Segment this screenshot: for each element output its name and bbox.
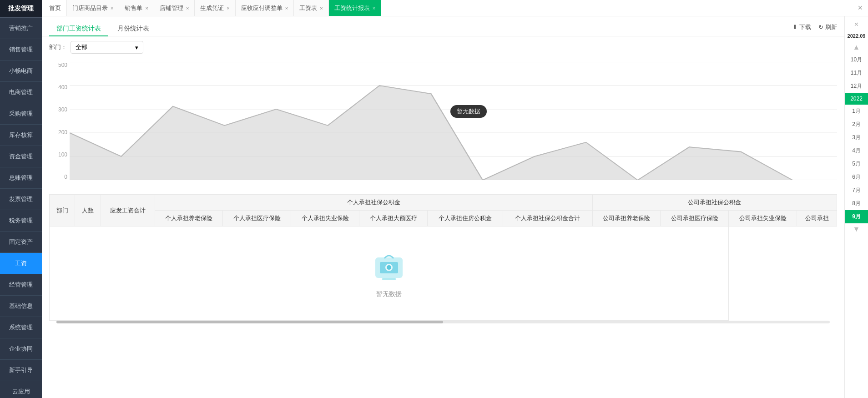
horizontal-scrollbar[interactable] <box>56 321 830 323</box>
sidebar: 批发管理 营销推广 销售管理 小畅电商 电商管理 采购管理 库存核算 资金管理 … <box>0 0 42 398</box>
download-btn[interactable]: ⬇ 下载 <box>792 23 811 31</box>
tab-home[interactable]: 首页 <box>44 0 67 16</box>
timeline-may[interactable]: 5月 <box>845 157 868 171</box>
dept-filter-select[interactable]: 全部 ▾ <box>71 41 143 54</box>
sidebar-item-kches[interactable]: 库存核算 <box>0 125 42 146</box>
tab-generate-voucher[interactable]: 生成凭证 × <box>195 0 235 16</box>
sub-tabs-left: 部门工资统计表 月份统计表 <box>49 22 156 36</box>
refresh-label: 刷新 <box>825 23 837 31</box>
tab-payroll-report-close[interactable]: × <box>373 5 375 11</box>
sidebar-item-xsgl[interactable]: 销售管理 <box>0 39 42 60</box>
timeline-nov[interactable]: 11月 <box>845 66 868 80</box>
sidebar-item-xcdg[interactable]: 小畅电商 <box>0 60 42 82</box>
timeline-dec[interactable]: 12月 <box>845 80 868 93</box>
th-company-insurance: 公司承担社保公积金 <box>592 195 837 211</box>
th-company-rest: 公司承担 <box>797 211 837 227</box>
tab-generate-voucher-label: 生成凭证 <box>200 4 224 12</box>
tab-store-mgmt[interactable]: 店铺管理 × <box>154 0 195 16</box>
sidebar-item-dsggl[interactable]: 电商管理 <box>0 82 42 103</box>
timeline-sep[interactable]: 9月 <box>845 210 868 223</box>
timeline-jan[interactable]: 1月 <box>845 105 868 118</box>
empty-text: 暂无数据 <box>376 290 402 298</box>
sidebar-item-qytg[interactable]: 企业协同 <box>0 338 42 360</box>
sidebar-item-cqgl[interactable]: 采购管理 <box>0 103 42 125</box>
tab-payroll-close[interactable]: × <box>320 5 323 11</box>
tab-payroll-label: 工资表 <box>299 4 317 12</box>
y-axis-labels: 0 100 200 300 400 500 <box>49 62 67 180</box>
chart-inner: 暂无数据 <box>70 62 837 180</box>
tab-store-catalog[interactable]: 门店商品目录 × <box>67 0 119 16</box>
filter-bar: 部门： 全部 ▾ <box>42 36 844 58</box>
sidebar-item-zzgl[interactable]: 总账管理 <box>0 167 42 189</box>
empty-icon <box>371 248 407 285</box>
timeline-year-2022[interactable]: 2022 <box>845 93 868 105</box>
tab-dept-stats[interactable]: 部门工资统计表 <box>49 22 108 36</box>
y-label-400: 400 <box>49 84 67 91</box>
tab-payroll[interactable]: 工资表 × <box>294 0 328 16</box>
th-personal-unemployment: 个人承担失业保险 <box>291 211 359 227</box>
th-company-pension: 公司承担养老保险 <box>592 211 661 227</box>
th-company-medical: 公司承担医疗保险 <box>661 211 729 227</box>
filter-label: 部门： <box>49 43 67 51</box>
th-personal-housing-fund: 个人承担住房公积金 <box>428 211 503 227</box>
timeline-apr[interactable]: 4月 <box>845 144 868 157</box>
sidebar-item-zjgl[interactable]: 资金管理 <box>0 146 42 167</box>
table-empty-cell: 暂无数据 <box>50 227 729 321</box>
th-company-unemployment: 公司承担失业保险 <box>729 211 797 227</box>
th-total-wage: 应发工资合计 <box>101 195 155 227</box>
tab-generate-voucher-close[interactable]: × <box>227 5 229 11</box>
timeline-close[interactable]: ✕ <box>845 18 868 30</box>
tab-month-stats[interactable]: 月份统计表 <box>110 22 156 36</box>
tab-ar-ap[interactable]: 应收应付调整单 × <box>236 0 294 16</box>
svg-point-10 <box>387 265 391 270</box>
tab-bar: 首页 门店商品目录 × 销售单 × 店铺管理 × 生成凭证 × 应收应付调整单 … <box>42 0 868 16</box>
timeline-jun[interactable]: 6月 <box>845 171 868 184</box>
main-area: 首页 门店商品目录 × 销售单 × 店铺管理 × 生成凭证 × 应收应付调整单 … <box>42 0 868 398</box>
timeline-jul[interactable]: 7月 <box>845 184 868 197</box>
sidebar-item-swgl[interactable]: 税务管理 <box>0 210 42 232</box>
chart-area: 0 100 200 300 400 500 <box>42 58 844 398</box>
tab-ar-ap-close[interactable]: × <box>285 5 288 11</box>
th-personal-pension: 个人承担养老保险 <box>155 211 223 227</box>
empty-state: 暂无数据 <box>54 230 724 317</box>
timeline-up-arrow[interactable]: ▲ <box>851 41 862 53</box>
tab-store-catalog-label: 门店商品目录 <box>72 4 108 12</box>
y-label-300: 300 <box>49 106 67 113</box>
tab-store-mgmt-close[interactable]: × <box>186 5 189 11</box>
sidebar-item-xsyd[interactable]: 新手引导 <box>0 360 42 381</box>
sidebar-item-yxtt[interactable]: 营销推广 <box>0 18 42 39</box>
download-icon: ⬇ <box>792 24 797 30</box>
sidebar-item-yyyp[interactable]: 云应用 <box>0 381 42 398</box>
timeline-down-arrow[interactable]: ▼ <box>851 223 862 235</box>
tab-payroll-report[interactable]: 工资统计报表 × <box>329 0 381 16</box>
refresh-icon: ↻ <box>818 24 823 30</box>
y-label-0: 0 <box>49 174 67 180</box>
tab-sales-close[interactable]: × <box>145 5 148 11</box>
tab-ar-ap-label: 应收应付调整单 <box>241 4 283 12</box>
sidebar-item-gdze[interactable]: 固定资产 <box>0 232 42 253</box>
svg-rect-11 <box>382 278 396 280</box>
tab-bar-close[interactable]: × <box>852 3 868 13</box>
content-area: 部门工资统计表 月份统计表 ⬇ 下载 ↻ 刷新 部门： <box>42 16 868 398</box>
tab-home-label: 首页 <box>49 4 61 12</box>
tab-sales[interactable]: 销售单 × <box>119 0 154 16</box>
sidebar-item-gz[interactable]: 工资 <box>0 253 42 274</box>
th-personal-medical: 个人承担医疗保险 <box>223 211 291 227</box>
tab-store-catalog-close[interactable]: × <box>111 5 113 11</box>
sidebar-header[interactable]: 批发管理 <box>0 0 42 18</box>
timeline-oct[interactable]: 10月 <box>845 53 868 66</box>
timeline-mar[interactable]: 3月 <box>845 131 868 144</box>
sidebar-item-xtgl[interactable]: 系统管理 <box>0 317 42 338</box>
th-personal-insurance: 个人承担社保公积金 <box>155 195 592 211</box>
timeline-feb[interactable]: 2月 <box>845 118 868 131</box>
sidebar-item-jcxx[interactable]: 基础信息 <box>0 296 42 317</box>
sidebar-item-jygl[interactable]: 经营管理 <box>0 274 42 296</box>
timeline-aug[interactable]: 8月 <box>845 197 868 210</box>
sidebar-item-fpgl[interactable]: 发票管理 <box>0 189 42 210</box>
chevron-down-icon: ▾ <box>135 44 138 51</box>
refresh-btn[interactable]: ↻ 刷新 <box>818 23 837 31</box>
scroll-thumb[interactable] <box>56 321 443 323</box>
th-dept: 部门 <box>50 195 75 227</box>
timeline-top-year: 2022.09 <box>845 30 868 41</box>
download-label: 下载 <box>799 23 811 31</box>
